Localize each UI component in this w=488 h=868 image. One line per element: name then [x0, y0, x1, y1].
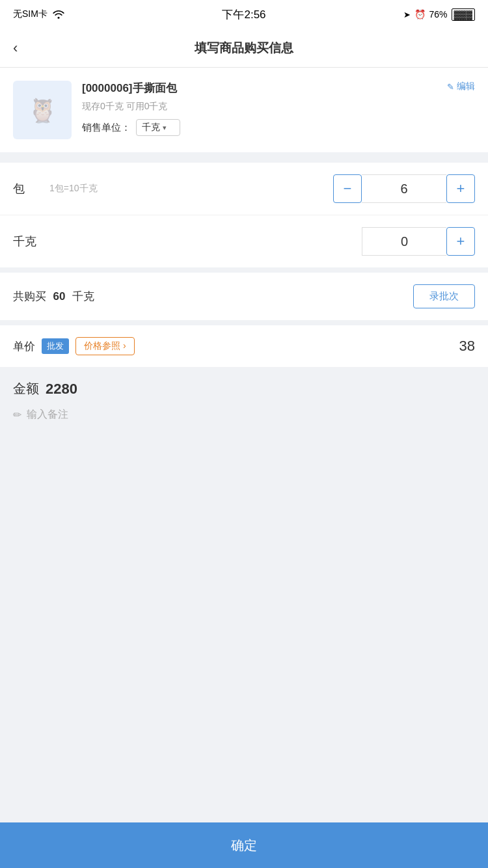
- qty-control-kg: +: [362, 227, 475, 256]
- total-row: 共购买 60 千克 录批次: [0, 273, 488, 320]
- wifi-icon: [53, 10, 64, 19]
- carrier-label: 无SIM卡: [13, 8, 47, 20]
- unit-select[interactable]: 千克 ▾: [136, 119, 180, 136]
- batch-button[interactable]: 录批次: [413, 284, 475, 308]
- back-button[interactable]: ‹: [13, 40, 18, 57]
- price-ref-button[interactable]: 价格参照 ›: [75, 337, 135, 355]
- confirm-button-label: 确定: [231, 837, 257, 854]
- pencil-icon: ✏: [13, 409, 21, 421]
- status-left: 无SIM卡: [13, 8, 64, 20]
- product-card: 🦉 [0000006]手撕面包 ✎ 编辑 现存0千克 可用0千克 销售单位： 千…: [0, 68, 488, 157]
- qty-input-kg[interactable]: [362, 227, 446, 256]
- status-time: 下午2:56: [222, 7, 265, 22]
- qty-sublabel-bao: 1包=10千克: [49, 183, 333, 195]
- battery-label: 76%: [429, 9, 448, 20]
- edit-button[interactable]: ✎ 编辑: [447, 81, 475, 92]
- product-logo: 🦉: [23, 90, 62, 129]
- unit-value: 千克: [142, 122, 160, 133]
- product-unit-row: 销售单位： 千克 ▾: [82, 119, 475, 136]
- chevron-down-icon: ▾: [163, 124, 167, 132]
- amount-label: 金额: [13, 380, 39, 398]
- svg-text:🦉: 🦉: [28, 96, 57, 124]
- alarm-icon: ⏰: [414, 9, 426, 20]
- product-image: 🦉: [13, 81, 72, 139]
- quantity-section: 包 1包=10千克 − + 千克 +: [0, 163, 488, 267]
- qty-control-bao: − +: [333, 174, 475, 203]
- amount-section: 金额 2280 ✏ 输入备注: [0, 367, 488, 435]
- remark-row[interactable]: ✏ 输入备注: [13, 408, 475, 435]
- product-stock: 现存0千克 可用0千克: [82, 101, 475, 113]
- qty-input-bao[interactable]: [362, 174, 446, 203]
- qty-plus-kg[interactable]: +: [446, 227, 475, 256]
- status-bar: 无SIM卡 下午2:56 ➤ ⏰ 76% ▓▓▓: [0, 0, 488, 29]
- total-unit: 千克: [72, 290, 94, 303]
- edit-icon: ✎: [447, 82, 454, 92]
- unit-label: 销售单位：: [82, 122, 131, 134]
- qty-label-bao: 包: [13, 181, 46, 197]
- divider-2: [0, 267, 488, 273]
- price-row: 单价 批发 价格参照 › 38: [0, 325, 488, 367]
- status-right: ➤ ⏰ 76% ▓▓▓: [403, 8, 475, 21]
- quantity-row-kg: 千克 +: [0, 215, 488, 267]
- amount-value: 2280: [46, 381, 77, 398]
- confirm-button[interactable]: 确定: [0, 822, 488, 868]
- empty-space: [0, 435, 488, 695]
- amount-row: 金额 2280: [13, 380, 475, 398]
- total-text: 共购买 60 千克: [13, 289, 94, 304]
- total-prefix: 共购买: [13, 290, 46, 303]
- nav-bar: ‹ 填写商品购买信息: [0, 29, 488, 68]
- product-name: [0000006]手撕面包: [82, 81, 177, 96]
- location-icon: ➤: [403, 10, 411, 20]
- qty-minus-bao[interactable]: −: [333, 174, 362, 203]
- qty-plus-bao[interactable]: +: [446, 174, 475, 203]
- price-value: 38: [459, 338, 475, 355]
- page-title: 填写商品购买信息: [195, 40, 293, 57]
- battery-icon: ▓▓▓: [452, 8, 475, 21]
- divider-3: [0, 320, 488, 325]
- qty-label-kg: 千克: [13, 234, 46, 249]
- quantity-row-bao: 包 1包=10千克 − +: [0, 163, 488, 215]
- remark-placeholder[interactable]: 输入备注: [27, 408, 68, 422]
- price-label: 单价: [13, 339, 35, 354]
- price-type-tag: 批发: [42, 338, 69, 354]
- edit-label: 编辑: [457, 81, 475, 92]
- product-title-row: [0000006]手撕面包 ✎ 编辑: [82, 81, 475, 96]
- divider-1: [0, 157, 488, 163]
- total-amount: 60: [53, 290, 65, 303]
- product-info: [0000006]手撕面包 ✎ 编辑 现存0千克 可用0千克 销售单位： 千克 …: [82, 81, 475, 136]
